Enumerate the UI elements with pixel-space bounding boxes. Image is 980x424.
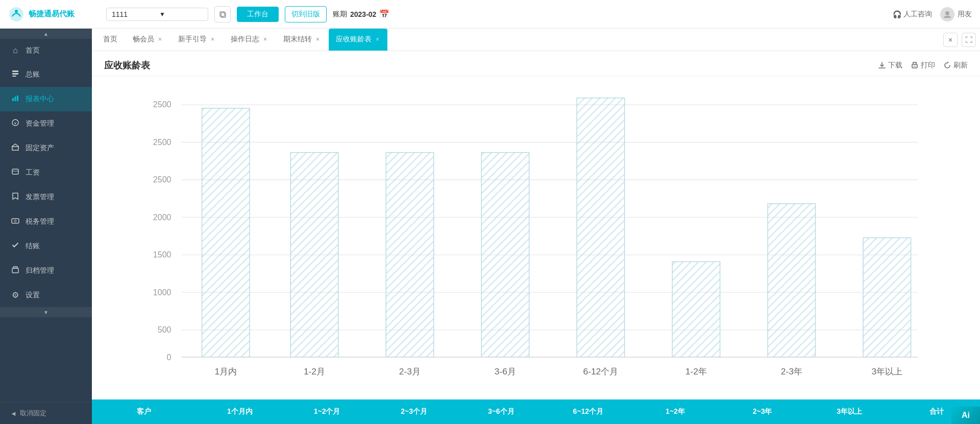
svg-rect-39 xyxy=(202,108,250,357)
sidebar-item-archive[interactable]: 归档管理 xyxy=(0,258,92,283)
svg-rect-9 xyxy=(15,97,16,101)
sidebar: ▲ ⌂ 首页 总账 报表中心 ¥ 资金管理 固定资产 xyxy=(0,29,92,424)
avatar xyxy=(940,7,954,21)
print-button[interactable]: 打印 xyxy=(911,61,935,70)
top-header: 畅捷通易代账 1111 ▼ 工作台 切到旧版 账期 2023-02 📅 🎧 人工… xyxy=(0,0,980,29)
tab-close-oplog[interactable]: × xyxy=(262,36,268,43)
print-label: 打印 xyxy=(921,61,935,70)
col-customer: 客户 xyxy=(92,407,197,416)
svg-text:1000: 1000 xyxy=(153,288,172,297)
tab-close-member[interactable]: × xyxy=(157,36,163,43)
sidebar-item-settings[interactable]: ⚙ 设置 xyxy=(0,283,92,307)
settings-icon: ⚙ xyxy=(10,290,20,300)
tab-operation-log[interactable]: 操作日志 × xyxy=(224,29,275,51)
sidebar-item-tax[interactable]: 税务管理 xyxy=(0,209,92,234)
page-header: 应收账龄表 下载 xyxy=(92,51,980,76)
chart-container: 2500 2500 2500 2000 1500 1000 500 0 xyxy=(92,76,980,399)
period-value: 2023-02 xyxy=(350,10,376,18)
sidebar-label-home: 首页 xyxy=(26,46,40,55)
svg-text:6-12个月: 6-12个月 xyxy=(583,366,619,376)
tab-close-guide[interactable]: × xyxy=(210,36,215,43)
col-1-2m: 1~2个月 xyxy=(283,407,371,416)
sidebar-item-reports[interactable]: 报表中心 xyxy=(0,87,92,111)
logo-text: 畅捷通易代账 xyxy=(29,9,75,19)
workbench-button[interactable]: 工作台 xyxy=(237,7,279,22)
svg-text:1月内: 1月内 xyxy=(214,366,237,376)
home-icon: ⌂ xyxy=(10,46,20,55)
tab-label-period: 期末结转 xyxy=(283,35,312,44)
company-selector[interactable]: 1111 ▼ xyxy=(106,8,208,21)
sidebar-scroll-up[interactable]: ▲ xyxy=(0,29,92,39)
user-area[interactable]: 用友 xyxy=(940,7,972,21)
sidebar-label-settlement: 结账 xyxy=(26,242,40,251)
tab-close-all-button[interactable]: × xyxy=(943,33,958,47)
svg-rect-18 xyxy=(12,268,18,273)
tab-fullscreen-button[interactable]: ⛶ xyxy=(962,33,976,47)
ai-badge[interactable]: Ai xyxy=(951,407,980,424)
tab-member[interactable]: 畅会员 × xyxy=(126,29,170,51)
payroll-icon xyxy=(10,168,20,178)
cancel-fixed-button[interactable]: ◄ 取消固定 xyxy=(0,403,92,424)
svg-rect-8 xyxy=(12,98,14,101)
funds-icon: ¥ xyxy=(10,119,20,129)
copy-button[interactable] xyxy=(214,6,231,22)
period-area: 账期 2023-02 📅 xyxy=(333,9,389,19)
tab-home[interactable]: 首页 xyxy=(96,29,125,51)
tab-close-aging[interactable]: × xyxy=(375,36,380,43)
svg-rect-21 xyxy=(913,66,916,66)
svg-rect-46 xyxy=(863,238,911,358)
svg-text:2500: 2500 xyxy=(153,100,172,109)
svg-text:2-3年: 2-3年 xyxy=(781,366,802,376)
tab-close-period[interactable]: × xyxy=(315,36,321,43)
download-button[interactable]: 下载 xyxy=(878,61,902,70)
sidebar-item-settlement[interactable]: 结账 xyxy=(0,234,92,258)
tab-actions: × ⛶ xyxy=(943,33,976,47)
sidebar-bottom: ◄ 取消固定 xyxy=(0,402,92,424)
col-1m: 1个月内 xyxy=(197,407,284,416)
main-layout: ▲ ⌂ 首页 总账 报表中心 ¥ 资金管理 固定资产 xyxy=(0,29,980,424)
svg-text:3-6月: 3-6月 xyxy=(495,366,516,376)
tab-label-home: 首页 xyxy=(103,35,117,44)
sidebar-item-fixed-assets[interactable]: 固定资产 xyxy=(0,136,92,160)
calendar-icon[interactable]: 📅 xyxy=(379,9,389,19)
sidebar-item-payroll[interactable]: 工资 xyxy=(0,160,92,185)
download-label: 下载 xyxy=(888,61,902,70)
logo-icon xyxy=(8,6,24,22)
svg-text:2000: 2000 xyxy=(153,213,172,222)
sidebar-scroll-down[interactable]: ▼ xyxy=(0,307,92,317)
reports-icon xyxy=(10,94,20,104)
svg-text:1500: 1500 xyxy=(153,250,172,259)
refresh-icon xyxy=(943,61,951,69)
sidebar-label-archive: 归档管理 xyxy=(26,266,54,275)
col-3y-plus: 3年以上 xyxy=(806,407,893,416)
sidebar-label-funds: 资金管理 xyxy=(26,119,54,128)
svg-rect-10 xyxy=(17,96,18,101)
svg-text:2500: 2500 xyxy=(153,175,172,184)
sidebar-item-general-ledger[interactable]: 总账 xyxy=(0,62,92,87)
switch-button[interactable]: 切到旧版 xyxy=(285,6,327,22)
tab-period-end[interactable]: 期末结转 × xyxy=(276,29,328,51)
svg-rect-6 xyxy=(12,73,18,75)
svg-rect-13 xyxy=(12,147,18,150)
consult-label: 人工咨询 xyxy=(903,10,932,19)
table-header: 客户 1个月内 1~2个月 2~3个月 3~6个月 6~12个月 1~2年 2~… xyxy=(92,399,980,424)
tab-label-oplog: 操作日志 xyxy=(231,35,259,44)
svg-rect-14 xyxy=(12,169,18,174)
svg-text:1-2年: 1-2年 xyxy=(685,366,707,376)
refresh-button[interactable]: 刷新 xyxy=(943,61,968,70)
assets-icon xyxy=(10,143,20,153)
tab-guide[interactable]: 新手引导 × xyxy=(171,29,223,51)
sidebar-item-funds[interactable]: ¥ 资金管理 xyxy=(0,111,92,136)
company-name: 1111 xyxy=(112,10,155,18)
svg-point-1 xyxy=(15,10,18,13)
sidebar-item-home[interactable]: ⌂ 首页 xyxy=(0,39,92,62)
period-label: 账期 xyxy=(333,10,347,19)
bar-chart: 2500 2500 2500 2000 1500 1000 500 0 xyxy=(104,84,968,391)
svg-text:2-3月: 2-3月 xyxy=(399,366,421,376)
sidebar-item-invoice[interactable]: 发票管理 xyxy=(0,185,92,209)
consult-button[interactable]: 🎧 人工咨询 xyxy=(893,10,932,19)
tab-aging[interactable]: 应收账龄表 × xyxy=(329,29,387,51)
svg-text:1-2月: 1-2月 xyxy=(304,366,325,376)
sidebar-label-assets: 固定资产 xyxy=(26,144,54,153)
svg-rect-40 xyxy=(290,153,338,358)
